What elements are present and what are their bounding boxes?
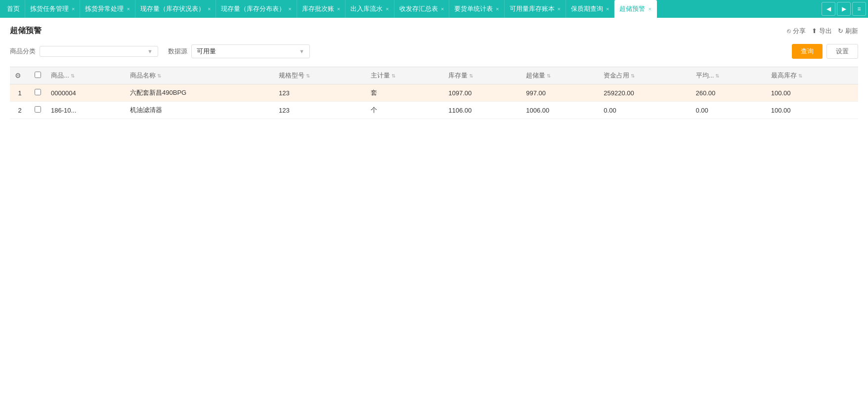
nav-available[interactable]: 可用量库存账本 × [505,0,566,18]
close-summary[interactable]: × [441,6,444,12]
cell-capital: 259220.00 [599,84,691,102]
query-button[interactable]: 查询 [792,44,823,59]
cell-product-code: 0000004 [46,84,125,102]
export-action[interactable]: ⬆ 导出 [812,27,832,36]
nav-flow[interactable]: 出入库流水 × [346,0,394,18]
row-checkbox-cell[interactable] [30,84,46,102]
th-overstock[interactable]: 超储量⇅ [521,67,599,84]
datasource-chevron-icon: ▼ [299,48,304,54]
close-stock-dist[interactable]: × [288,6,291,12]
refresh-action[interactable]: ↻ 刷新 [838,27,858,36]
nav-home[interactable]: 首页 [2,0,25,18]
row-checkbox[interactable] [35,106,41,113]
table-row[interactable]: 1 0000004 六配套新昌490BPG 123 套 1097.00 997.… [10,84,858,102]
category-chevron-icon: ▼ [147,48,153,54]
datasource-select[interactable]: 可用量 ▼ [191,44,310,58]
cell-product-name: 六配套新昌490BPG [125,84,274,102]
nav-stock-dist[interactable]: 现存量（库存分布表） × [216,0,297,18]
close-exception[interactable]: × [127,6,130,12]
cell-max-stock: 100.00 [766,102,858,119]
page-container: 超储预警 ⎋ 分享 ⬆ 导出 ↻ 刷新 商品分类 ▼ 数据源 [0,18,868,395]
cell-avg: 260.00 [691,84,766,102]
sort-max-stock-icon: ⇅ [798,73,802,79]
filter-right-btns: 查询 设置 [792,44,858,59]
sort-capital-icon: ⇅ [631,73,635,79]
data-table: ⚙ 商品...⇅ 商品名称⇅ 规格型号⇅ 主计量⇅ 库存量⇅ [10,67,858,119]
cell-max-stock: 100.00 [766,84,858,102]
page-actions: ⎋ 分享 ⬆ 导出 ↻ 刷新 [787,27,858,36]
cell-spec: 123 [274,84,366,102]
cell-product-code: 186-10... [46,102,125,119]
th-capital[interactable]: 资金占用⇅ [599,67,691,84]
sort-overstock-icon: ⇅ [547,73,551,79]
sort-product-code-icon: ⇅ [71,73,75,79]
topbar: 首页 拣货任务管理 × 拣货异常处理 × 现存量（库存状况表） × 现存量（库存… [0,0,868,18]
refresh-icon: ↻ [838,27,843,35]
row-checkbox-cell[interactable] [30,102,46,119]
row-checkbox[interactable] [35,89,41,95]
th-unit[interactable]: 主计量⇅ [366,67,443,84]
th-max-stock[interactable]: 最高库存⇅ [766,67,858,84]
close-batch[interactable]: × [337,6,340,12]
settings-button[interactable]: 设置 [826,44,858,59]
datasource-value: 可用量 [197,47,216,56]
select-all-checkbox[interactable] [35,72,41,78]
cell-unit: 套 [366,84,443,102]
nav-task-mgmt[interactable]: 拣货任务管理 × [25,0,80,18]
table-header-row: ⚙ 商品...⇅ 商品名称⇅ 规格型号⇅ 主计量⇅ 库存量⇅ [10,67,858,84]
th-checkbox [30,67,46,84]
th-product-name[interactable]: 商品名称⇅ [125,67,274,84]
th-spec[interactable]: 规格型号⇅ [274,67,366,84]
share-action[interactable]: ⎋ 分享 [787,27,806,36]
row-num: 2 [10,102,30,119]
nav-expiry[interactable]: 保质期查询 × [566,0,614,18]
sort-spec-icon: ⇅ [306,73,310,79]
export-icon: ⬆ [812,27,817,35]
sort-product-name-icon: ⇅ [157,73,161,79]
close-task-mgmt[interactable]: × [72,6,75,12]
th-product-code[interactable]: 商品...⇅ [46,67,125,84]
cell-product-name: 机油滤清器 [125,102,274,119]
nav-batch[interactable]: 库存批次账 × [297,0,346,18]
nav-menu-btn[interactable]: ≡ [852,2,866,16]
close-overstock[interactable]: × [648,6,651,12]
nav-summary[interactable]: 收发存汇总表 × [394,0,449,18]
filter-bar: 商品分类 ▼ 数据源 可用量 ▼ 查询 设置 [10,44,858,59]
nav-prev-btn[interactable]: ◀ [822,2,835,16]
cell-capital: 0.00 [599,102,691,119]
page-title: 超储预警 [10,26,42,36]
table-settings-gear[interactable]: ⚙ [10,67,30,84]
datasource-label: 数据源 [168,47,187,56]
cell-stock: 1106.00 [443,102,521,119]
sort-avg-icon: ⇅ [715,73,719,79]
category-label: 商品分类 [10,47,36,56]
cell-spec: 123 [274,102,366,119]
page-header: 超储预警 ⎋ 分享 ⬆ 导出 ↻ 刷新 [10,26,858,36]
sort-stock-icon: ⇅ [469,73,473,79]
nav-arrows: ◀ ▶ ≡ [820,2,866,16]
nav-exception[interactable]: 拣货异常处理 × [80,0,135,18]
sort-unit-icon: ⇅ [391,73,395,79]
category-filter: 商品分类 ▼ [10,46,158,57]
close-stock-status[interactable]: × [208,6,211,12]
table-body: 1 0000004 六配套新昌490BPG 123 套 1097.00 997.… [10,84,858,119]
nav-stock-status[interactable]: 现存量（库存状况表） × [135,0,216,18]
th-stock[interactable]: 库存量⇅ [443,67,521,84]
close-available[interactable]: × [558,6,561,12]
close-expiry[interactable]: × [606,6,609,12]
cell-unit: 个 [366,102,443,119]
th-avg[interactable]: 平均...⇅ [691,67,766,84]
nav-next-btn[interactable]: ▶ [837,2,851,16]
row-num: 1 [10,84,30,102]
table-row[interactable]: 2 186-10... 机油滤清器 123 个 1106.00 1006.00 … [10,102,858,119]
close-flow[interactable]: × [386,6,389,12]
cell-stock: 1097.00 [443,84,521,102]
category-select[interactable]: ▼ [40,46,158,57]
cell-overstock: 997.00 [521,84,599,102]
cell-overstock: 1006.00 [521,102,599,119]
nav-overstock[interactable]: 超储预警 × [614,0,656,18]
nav-requisition[interactable]: 要货单统计表 × [449,0,504,18]
datasource-filter: 数据源 可用量 ▼ [168,44,310,58]
close-requisition[interactable]: × [496,6,499,12]
share-icon: ⎋ [787,27,791,35]
